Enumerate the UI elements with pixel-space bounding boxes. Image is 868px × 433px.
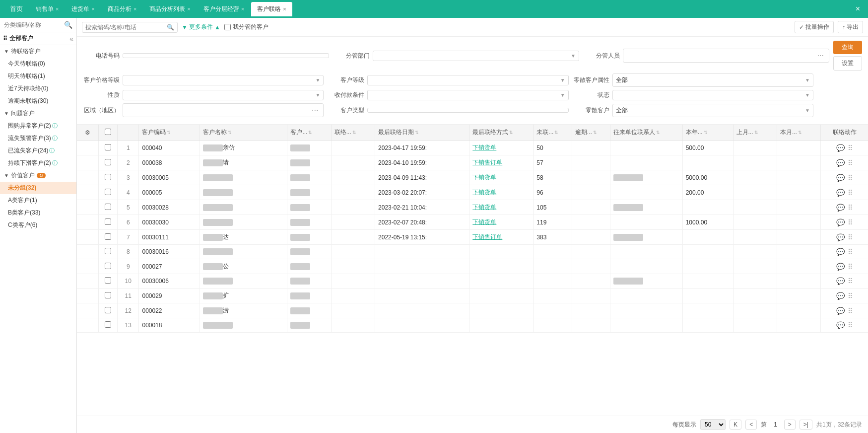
chat-icon-11[interactable]: 💬 [836,307,845,315]
chat-icon-2[interactable]: 💬 [836,174,845,182]
filter-phone-input[interactable] [123,53,329,58]
chat-icon-1[interactable]: 💬 [836,159,845,167]
row-check-cell[interactable] [98,155,117,170]
sidebar-search-icon[interactable]: 🔍 [64,21,72,29]
row-check-cell[interactable] [98,318,117,333]
nav-purchase-tab[interactable]: 进货单 × [66,2,100,16]
chat-icon-6[interactable]: 💬 [836,233,845,241]
select-all-checkbox[interactable] [105,129,111,135]
staff-dots-icon[interactable]: ··· [815,51,826,60]
nav-customer-contact-tab[interactable]: 客户联络 × [251,2,292,16]
chat-icon-5[interactable]: 💬 [836,218,845,226]
close-customer-tier-icon[interactable]: × [241,6,244,12]
chat-icon-0[interactable]: 💬 [836,144,845,152]
filter-payment-input[interactable]: ▼ [367,90,568,100]
row-checkbox-1[interactable] [105,159,111,165]
nav-customer-tier-tab[interactable]: 客户分层经营 × [198,2,250,16]
row-check-cell[interactable] [98,215,117,230]
method-link[interactable]: 下销售订单 [472,159,502,166]
all-customers-button[interactable]: ⠿ 全部客户 [3,34,33,43]
row-check-cell[interactable] [98,303,117,318]
grid-action-icon-0[interactable]: ⠿ [848,144,853,152]
row-checkbox-12[interactable] [105,321,111,328]
method-link[interactable]: 下销货单 [472,144,496,151]
grid-action-icon-12[interactable]: ⠿ [848,321,853,329]
export-button[interactable]: ↑ 导出 [838,21,863,33]
row-checkbox-2[interactable] [105,174,111,180]
col-header-thismonth[interactable]: 本月...⇅ [777,125,820,141]
prev-page-button[interactable]: < [745,420,757,430]
grid-action-icon-11[interactable]: ⠿ [848,307,853,315]
group-header-value[interactable]: ▼ 价值客户 ↻ [0,169,76,182]
col-header-lastmonth[interactable]: 上月...⇅ [733,125,777,141]
chat-icon-3[interactable]: 💬 [836,189,845,197]
method-link[interactable]: 下销售订单 [472,233,502,240]
method-link[interactable]: 下销货单 [472,204,496,211]
close-purchase-icon[interactable]: × [91,6,94,12]
sidebar-item-churned[interactable]: 已流失客户(24) ⓘ [0,144,76,157]
row-check-cell[interactable] [98,289,117,303]
filter-dept-input[interactable]: ▼ [373,51,579,61]
sidebar-search-input[interactable] [4,21,62,28]
col-header-date[interactable]: 最后联络日期⇅ [375,125,469,141]
last-page-button[interactable]: >| [800,420,812,430]
grid-action-icon-9[interactable]: ⠿ [848,277,853,285]
row-checkbox-11[interactable] [105,307,111,313]
nav-product-analysis-tab[interactable]: 商品分析 × [102,2,142,16]
col-header-type[interactable]: 客户...⇅ [287,125,331,141]
nav-product-list-tab[interactable]: 商品分析列表 × [143,2,196,16]
row-checkbox-8[interactable] [105,263,111,269]
filter-retail-attr-input[interactable]: 全部 ▼ [612,73,813,87]
group-header-pending[interactable]: ▼ 待联络客户 [0,45,76,58]
close-customer-contact-icon[interactable]: × [283,6,286,12]
chat-icon-9[interactable]: 💬 [836,277,845,285]
grid-action-icon-2[interactable]: ⠿ [848,174,853,182]
first-page-button[interactable]: K [730,420,741,430]
page-size-select[interactable]: 50 100 200 [700,419,726,430]
nav-home-tab[interactable]: 首页 [4,1,29,16]
chat-icon-8[interactable]: 💬 [836,263,845,271]
col-header-name[interactable]: 客户名称⇅ [200,125,287,141]
my-customers-input[interactable] [224,24,231,30]
grid-action-icon-6[interactable]: ⠿ [848,233,853,241]
more-conditions-button[interactable]: ▼ 更多条件 ▲ [182,23,220,31]
col-header-check[interactable] [98,125,117,141]
row-checkbox-9[interactable] [105,277,111,284]
sidebar-item-hoarding[interactable]: 囤购异常客户(2) ⓘ [0,120,76,132]
row-checkbox-4[interactable] [105,204,111,210]
grid-action-icon-7[interactable]: ⠿ [848,248,853,256]
sidebar-item-today-pending[interactable]: 今天待联络(0) [0,58,76,70]
search-input[interactable] [85,24,165,31]
sidebar-item-b-type[interactable]: B类客户(33) [0,207,76,219]
settings-icon[interactable]: ⚙ [85,129,90,136]
sidebar-item-c-type[interactable]: C类客户(6) [0,219,76,231]
col-header-method[interactable]: 最后联络方式⇅ [469,125,534,141]
filter-region-input[interactable]: ··· [123,103,324,117]
row-check-cell[interactable] [98,230,117,245]
method-link[interactable]: 下销货单 [472,218,496,225]
grid-action-icon-10[interactable]: ⠿ [848,292,853,300]
search-icon[interactable]: 🔍 [167,24,174,31]
sidebar-item-overdue-pending[interactable]: 逾期未联络(30) [0,95,76,107]
grid-action-icon-4[interactable]: ⠿ [848,204,853,212]
filter-price-level-input[interactable]: ▼ [123,75,324,85]
reset-button[interactable]: 设置 [833,56,862,71]
chat-icon-10[interactable]: 💬 [836,292,845,300]
close-product-list-icon[interactable]: × [187,6,190,12]
chat-icon-4[interactable]: 💬 [836,204,845,212]
group-header-problem[interactable]: ▼ 问题客户 [0,107,76,120]
my-customers-checkbox[interactable]: 我分管的客户 [224,23,268,31]
col-header-uncontact[interactable]: 未联...⇅ [534,125,572,141]
nav-sales-tab[interactable]: 销售单 × [30,2,65,16]
grid-action-icon-5[interactable]: ⠿ [848,218,853,226]
batch-operation-button[interactable]: ✓ 批量操作 [795,21,834,33]
close-product-analysis-icon[interactable]: × [134,6,136,12]
row-checkbox-6[interactable] [105,233,111,240]
row-check-cell[interactable] [98,259,117,274]
sidebar-item-week-pending[interactable]: 近7天待联络(0) [0,82,76,95]
col-header-counterpart[interactable]: 往来单位联系人⇅ [610,125,682,141]
row-checkbox-5[interactable] [105,218,111,225]
grid-action-icon-3[interactable]: ⠿ [848,189,853,197]
chat-icon-12[interactable]: 💬 [836,321,845,329]
filter-status-input[interactable]: ▼ [612,90,813,100]
